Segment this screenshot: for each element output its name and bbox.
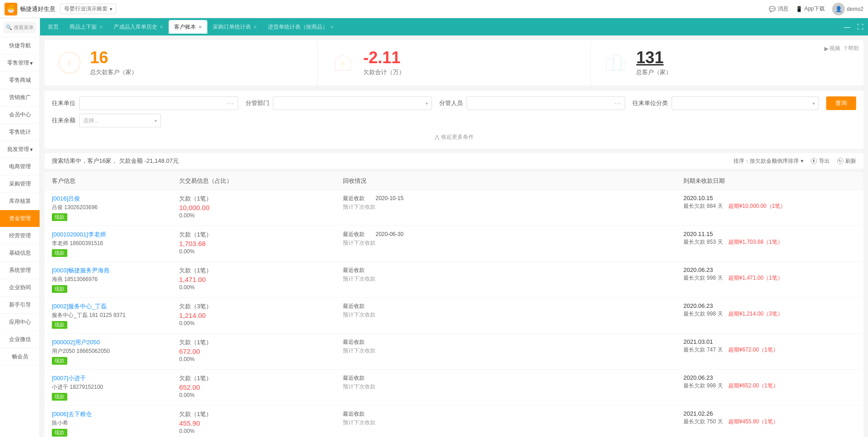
svg-text:⚡: ⚡ (339, 60, 346, 68)
sidebar-item-label: 系统管理 (9, 267, 31, 273)
refresh-button[interactable]: ↻ 刷新 (837, 157, 856, 165)
filter-dept-select[interactable]: ▾ (273, 96, 432, 110)
debt-cell: 欠款（1笔） 10,000.00 0.00% (179, 195, 343, 219)
sidebar-item-ecommerce[interactable]: 电商管理 (0, 158, 40, 176)
filter-balance-placeholder: 选择... (83, 117, 99, 125)
customer-cell: [0007]小进干 小进干 18279152100 现款 (52, 374, 179, 401)
filter-vendor-category-select[interactable]: ▾ (672, 96, 819, 110)
chevron-down-icon: ▾ (30, 146, 33, 153)
debt-percent: 0.00% (179, 248, 343, 255)
sidebar-search-area: 🔍 搜索菜单 (0, 18, 40, 37)
customer-tag: 现款 (52, 213, 67, 221)
overdue-link[interactable]: 超期¥672.00（1笔） (728, 347, 778, 353)
sidebar-item-vip[interactable]: 畅会员 (0, 348, 40, 366)
overdue-link[interactable]: 超期¥1,214.00（3笔） (728, 311, 783, 317)
sidebar-item-label: 零售统计 (9, 129, 31, 135)
user-profile[interactable]: 👤 demo2 (832, 3, 863, 15)
tab-minimize-button[interactable]: — (842, 21, 853, 32)
next-collect-label: 预计下次收款 (343, 383, 683, 391)
tab-product-shelf[interactable]: 商品上下架 ✕ (64, 20, 108, 34)
sidebar-item-retail-mgmt[interactable]: 零售管理 ▾ (0, 55, 40, 72)
overdue-link[interactable]: 超期¥1,703.68（1笔） (728, 239, 783, 245)
search-button[interactable]: 查询 (826, 96, 856, 110)
tab-close-icon[interactable]: ✕ (99, 25, 103, 30)
overdue-link[interactable]: 超期¥652.00（1笔） (728, 382, 778, 389)
overdue-customers-number: 16 (90, 50, 306, 66)
filter-vendor-input[interactable]: ··· (79, 96, 238, 110)
tab-product-history[interactable]: 产成品入库单历史 ✕ (108, 20, 169, 34)
sort-dropdown[interactable]: 排序：按欠款金额倒序排序 ▾ (733, 157, 803, 165)
collapse-button[interactable]: ⋀ 收起更多条件 (435, 133, 474, 141)
customer-name-link[interactable]: [0001020001]李老师 (52, 231, 179, 239)
tab-purchase-stats[interactable]: 进货单统计表（按商品） ✕ (262, 20, 339, 34)
total-customers-number: 131 (636, 50, 852, 66)
sidebar-item-quick-nav[interactable]: 快捷导航 (0, 37, 40, 55)
sidebar-item-operations[interactable]: 经营管理 (0, 227, 40, 245)
sidebar-item-guide[interactable]: 新手引导 (0, 296, 40, 314)
sidebar-item-wechat[interactable]: 企业微信 (0, 331, 40, 348)
tab-close-icon[interactable]: ✕ (160, 25, 163, 30)
customer-info: 吕俊 13026203696 (52, 204, 179, 211)
sidebar-item-app-center[interactable]: 应用中心 (0, 314, 40, 331)
tab-close-icon[interactable]: ✕ (198, 25, 202, 30)
customer-name-link[interactable]: [000002]用户2050 (52, 338, 179, 347)
video-action[interactable]: ▶ 视频 (824, 45, 840, 52)
sidebar-item-member[interactable]: 会员中心 (0, 106, 40, 124)
next-collect-label: 预计下次收款 (343, 239, 683, 247)
sidebar-item-label: 批发管理 (7, 146, 29, 153)
tab-customer-account[interactable]: 客户账本 ✕ (169, 20, 207, 34)
sidebar-item-basic-info[interactable]: 基础信息 (0, 245, 40, 262)
customer-name-link[interactable]: [0003]畅捷服务尹海燕 (52, 266, 179, 275)
customer-name-link[interactable]: [0016]吕俊 (52, 195, 179, 203)
customer-tag: 现款 (52, 393, 67, 401)
app-download-action[interactable]: 📱 App下载 (796, 5, 825, 13)
sidebar-item-retail-mall[interactable]: 零售商城 (0, 72, 40, 89)
top-bar-right: 💬 消息 📱 App下载 👤 demo2 (769, 3, 863, 15)
content-area: 首页 商品上下架 ✕ 产成品入库单历史 ✕ 客户账本 ✕ 采购订单统计表 ✕ (40, 18, 868, 437)
sidebar-item-label: 新手引导 (9, 301, 31, 308)
sidebar-item-label: 采购管理 (9, 181, 31, 187)
sidebar-item-purchase[interactable]: 采购管理 (0, 176, 40, 193)
filter-row-2: 往来余额 选择... ▾ (52, 114, 856, 127)
recover-cell: 最近收款 预计下次收款 (343, 338, 683, 355)
customer-name-link[interactable]: [0007]小进干 (52, 374, 179, 382)
overdue-date: 2020.11.15 (683, 231, 856, 237)
recover-cell: 最近收款 预计下次收款 (343, 302, 683, 319)
export-button[interactable]: ⬇ 导出 (811, 157, 830, 165)
store-selector[interactable]: 母婴行业演示账套 ▾ (60, 4, 116, 14)
overdue-link[interactable]: 超期¥10,000.00（1笔） (728, 203, 786, 209)
overdue-link[interactable]: 超期¥455.90（1笔） (728, 418, 778, 425)
refresh-label: 刷新 (845, 157, 856, 165)
debt-cell: 欠款（1笔） 652.00 0.00% (179, 374, 343, 398)
tab-label: 采购订单统计表 (213, 23, 251, 31)
logo-icon: 🐣 (5, 3, 17, 15)
sidebar-item-capital[interactable]: 资金管理 (0, 210, 40, 227)
page-content: ¥ 16 总欠款客户（家） ⚡ (40, 35, 868, 437)
sidebar-item-batch-mgmt[interactable]: 批发管理 ▾ (0, 141, 40, 158)
message-action[interactable]: 💬 消息 (769, 5, 788, 13)
sidebar-item-inventory[interactable]: 库存核算 (0, 193, 40, 210)
sidebar-item-system[interactable]: 系统管理 (0, 262, 40, 279)
overdue-link[interactable]: 超期¥1,471.00（1笔） (728, 275, 783, 281)
tab-close-icon[interactable]: ✕ (330, 25, 334, 30)
tab-close-icon[interactable]: ✕ (253, 25, 257, 30)
customer-cell: [000002]用户2050 用户2050 18665062050 现款 (52, 338, 179, 365)
filter-balance-select[interactable]: 选择... ▾ (79, 114, 161, 127)
customer-name-link[interactable]: [0006]去下粮仓 (52, 410, 179, 418)
sidebar-item-marketing[interactable]: 营销推广 (0, 89, 40, 106)
debt-count: 欠款（1笔） (179, 410, 343, 418)
filter-person-input[interactable]: ··· (467, 96, 626, 110)
tab-home[interactable]: 首页 (42, 20, 64, 34)
sidebar-item-retail-stats[interactable]: 零售统计 (0, 124, 40, 141)
sidebar-search-button[interactable]: 🔍 搜索菜单 (4, 22, 36, 33)
overdue-detail: 最长欠款 853 天 超期¥1,703.68（1笔） (683, 238, 856, 246)
tab-bar: 首页 商品上下架 ✕ 产成品入库单历史 ✕ 客户账本 ✕ 采购订单统计表 ✕ (40, 18, 868, 35)
help-action[interactable]: ? 帮助 (844, 45, 859, 52)
sidebar-item-label: 电商管理 (9, 163, 31, 170)
sidebar-item-enterprise[interactable]: 企业协同 (0, 279, 40, 296)
debt-amount: 455.90 (179, 419, 343, 427)
tab-maximize-button[interactable]: ⛶ (855, 21, 866, 32)
tab-purchase-order[interactable]: 采购订单统计表 ✕ (207, 20, 262, 34)
customer-name-link[interactable]: [0002]服务中心_丁磊 (52, 302, 179, 311)
top-bar-left: 🐣 畅捷通好生意 母婴行业演示账套 ▾ (5, 3, 116, 15)
